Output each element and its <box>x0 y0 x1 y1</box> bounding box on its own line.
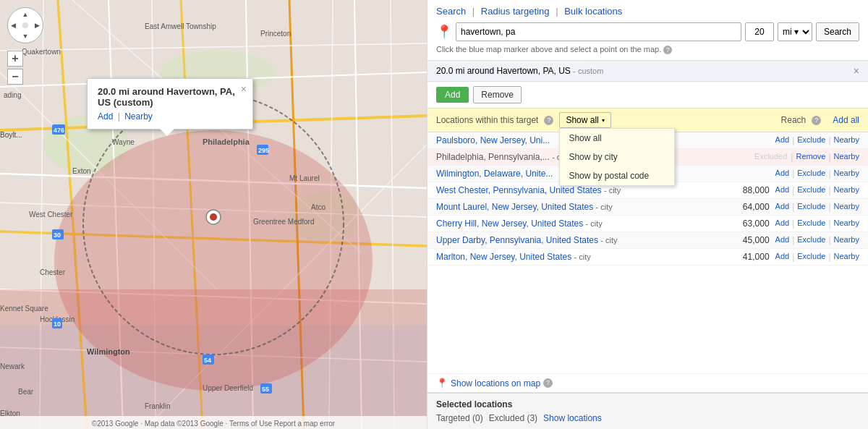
add-location-link[interactable]: Add <box>775 235 790 245</box>
show-all-label: Show all <box>566 115 598 125</box>
selected-locations-row: Targeted (0) Excluded (3) Show locations <box>436 413 859 423</box>
svg-text:Wilmington: Wilmington <box>87 347 130 356</box>
search-hint: Click the blue map marker above and sele… <box>436 45 859 54</box>
location-reach: 64,000 <box>728 202 775 212</box>
svg-text:Princeton: Princeton <box>260 30 291 38</box>
add-location-link[interactable]: Add <box>775 252 790 262</box>
add-button[interactable]: Add <box>436 87 469 103</box>
nearby-location-link[interactable]: Nearby <box>834 135 859 145</box>
locations-help-icon[interactable]: ? <box>544 116 553 125</box>
add-location-link[interactable]: Add <box>775 185 790 195</box>
location-tag: - city <box>586 219 603 228</box>
add-all-link[interactable]: Add all <box>833 115 859 125</box>
svg-text:Kennet Square: Kennet Square <box>0 305 48 313</box>
location-name-link[interactable]: West Chester, Pennsylvania, United State… <box>436 185 602 195</box>
location-actions: Add | Exclude | Nearby <box>775 235 859 245</box>
location-name-link[interactable]: Paulsboro, New Jersey, Uni... <box>436 135 550 145</box>
radius-input[interactable] <box>745 22 774 41</box>
tab-radius[interactable]: Radius targeting <box>481 6 550 17</box>
nearby-location-link[interactable]: Nearby <box>834 202 859 212</box>
location-actions: Excluded | Remove | Nearby <box>754 152 859 162</box>
exclude-location-link[interactable]: Exclude <box>797 252 825 262</box>
show-locations-link[interactable]: Show locations <box>543 413 602 423</box>
selected-locations-section: Selected locations Targeted (0) Excluded… <box>427 392 868 429</box>
nearby-location-link[interactable]: Nearby <box>834 252 859 262</box>
svg-text:54: 54 <box>204 357 211 364</box>
location-actions: Add | Exclude | Nearby <box>775 202 859 212</box>
zoom-in-button[interactable]: + <box>7 51 23 67</box>
pin-icon: 📍 <box>436 378 448 388</box>
show-all-dropdown[interactable]: Show all ▾ Show all Show by city Show by… <box>559 112 610 128</box>
zoom-out-button[interactable]: − <box>7 69 23 85</box>
tab-bulk[interactable]: Bulk locations <box>564 6 622 17</box>
add-location-link[interactable]: Add <box>775 135 790 145</box>
nearby-location-link[interactable]: Nearby <box>834 235 859 245</box>
result-bar: 20.0 mi around Havertown, PA, US - custo… <box>427 61 868 82</box>
action-bar: Add Remove <box>427 82 868 109</box>
location-actions: Add | Exclude | Nearby <box>775 135 859 145</box>
table-row: Marlton, New Jersey, United States - cit… <box>427 249 868 266</box>
panel-tabs: Search | Radius targeting | Bulk locatio… <box>436 6 859 17</box>
location-name-link[interactable]: Wilmington, Delaware, Unite... <box>436 169 553 179</box>
location-name-link[interactable]: Mount Laurel, New Jersey, United States <box>436 202 593 212</box>
popup-nearby-link[interactable]: Nearby <box>124 111 153 122</box>
svg-text:ading: ading <box>4 91 21 99</box>
dropdown-item-show-by-city[interactable]: Show by city <box>560 148 674 166</box>
location-tag: - city <box>600 236 617 245</box>
hint-help-icon[interactable]: ? <box>663 46 672 54</box>
add-location-link[interactable]: Add <box>775 202 790 212</box>
show-on-map-link[interactable]: Show locations on map <box>451 378 540 388</box>
popup-add-link[interactable]: Add <box>98 111 113 122</box>
location-actions: Add | Exclude | Nearby <box>775 185 859 195</box>
svg-point-64 <box>210 213 217 221</box>
dropdown-item-show-by-postal[interactable]: Show by postal code <box>560 166 674 185</box>
unit-select[interactable]: mi ▾ km <box>778 22 812 41</box>
nearby-location-link[interactable]: Nearby <box>834 169 859 179</box>
reach-help-icon[interactable]: ? <box>812 116 821 125</box>
location-tag: - city <box>604 186 621 195</box>
add-location-link[interactable]: Add <box>775 169 790 179</box>
location-reach: 88,000 <box>728 185 775 195</box>
show-on-map-help-icon[interactable]: ? <box>543 378 553 388</box>
show-all-button[interactable]: Show all ▾ <box>559 112 610 128</box>
location-tag: - city <box>596 203 613 211</box>
targeted-label: Targeted (0) <box>436 413 483 423</box>
search-button[interactable]: Search <box>816 22 859 41</box>
location-name-link[interactable]: Philadelphia, Pennsylvania,... <box>436 152 550 162</box>
location-reach: 63,000 <box>728 218 775 229</box>
remove-button[interactable]: Remove <box>473 86 522 103</box>
map-container[interactable]: Quakertown East Amwell Township Princeto… <box>0 0 427 429</box>
svg-text:Greentree Medford: Greentree Medford <box>253 218 315 226</box>
nearby-location-link[interactable]: Nearby <box>834 152 859 162</box>
tab-search[interactable]: Search <box>436 6 466 17</box>
result-close-button[interactable]: × <box>854 65 859 77</box>
exclude-location-link[interactable]: Exclude <box>797 202 825 212</box>
location-name-link[interactable]: Upper Darby, Pennsylvania, United States <box>436 235 598 245</box>
location-reach: 41,000 <box>728 252 775 262</box>
hint-text-content: Click the blue map marker above and sele… <box>436 45 661 54</box>
exclude-location-link[interactable]: Exclude <box>797 235 825 245</box>
location-search-input[interactable] <box>456 22 741 41</box>
exclude-location-link[interactable]: Exclude <box>797 185 825 195</box>
location-actions: Add | Exclude | Nearby <box>775 169 859 179</box>
svg-text:Mt Laurel: Mt Laurel <box>289 174 320 182</box>
result-custom: - custom <box>573 67 603 75</box>
map-nav-circle[interactable]: ▲ ▼ ◀ ▶ <box>7 7 43 43</box>
dropdown-item-show-all[interactable]: Show all <box>560 129 674 148</box>
exclude-location-link[interactable]: Exclude <box>797 135 825 145</box>
nearby-location-link[interactable]: Nearby <box>834 185 859 195</box>
nearby-location-link[interactable]: Nearby <box>834 218 859 229</box>
svg-text:Boylt...: Boylt... <box>0 131 22 139</box>
svg-text:Newark: Newark <box>0 362 25 370</box>
add-location-link[interactable]: Add <box>775 218 790 229</box>
exclude-location-link[interactable]: Exclude <box>797 169 825 179</box>
popup-close-button[interactable]: × <box>241 83 247 95</box>
exclude-location-link[interactable]: Exclude <box>797 218 825 229</box>
location-name-link[interactable]: Cherry Hill, New Jersey, United States <box>436 218 583 229</box>
svg-text:Bear: Bear <box>18 388 34 396</box>
svg-text:West Chester: West Chester <box>29 211 73 218</box>
popup-title: 20.0 mi around Havertown, PA, US (custom… <box>98 86 242 108</box>
remove-location-link[interactable]: Remove <box>796 152 825 162</box>
location-name-link[interactable]: Marlton, New Jersey, United States <box>436 252 571 262</box>
dropdown-arrow-icon: ▾ <box>602 117 605 124</box>
